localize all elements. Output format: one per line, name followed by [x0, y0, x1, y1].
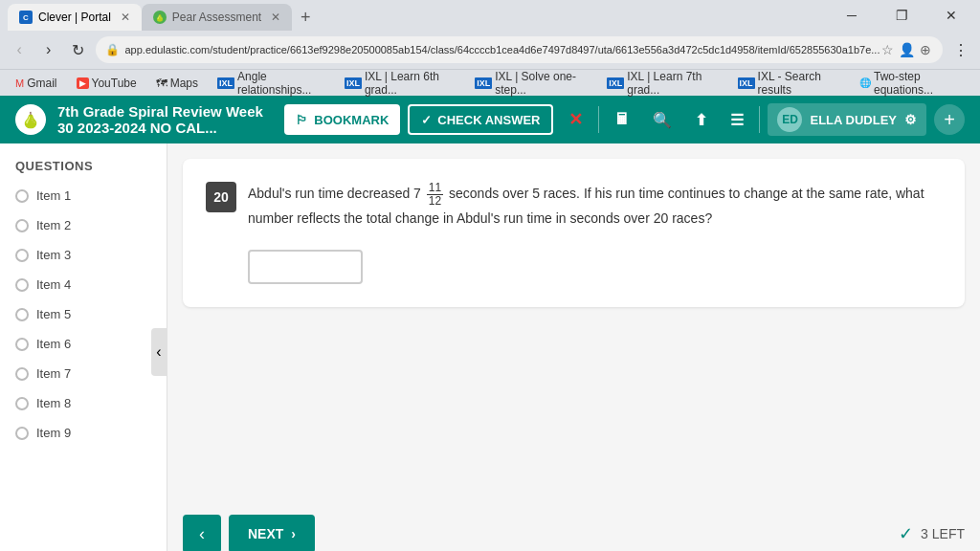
sidebar-collapse-button[interactable]: ‹: [151, 328, 167, 376]
user-settings-icon: ⚙: [904, 112, 917, 127]
close-button[interactable]: ✕: [930, 2, 972, 29]
bookmark-star-icon[interactable]: ☆: [880, 42, 895, 57]
address-bar: ‹ › ↻ 🔒 app.edulastic.com/student/practi…: [0, 31, 980, 69]
new-tab-button[interactable]: +: [292, 4, 319, 31]
app-logo: 🍐: [15, 104, 46, 135]
url-bar[interactable]: 🔒 app.edulastic.com/student/practice/661…: [96, 36, 944, 63]
status-count: 3 LEFT: [921, 526, 965, 541]
sidebar-radio-1: [15, 189, 29, 203]
answer-input[interactable]: [248, 250, 363, 284]
tab-clever-close[interactable]: ✕: [121, 11, 130, 24]
bookmark-maps-label: Maps: [170, 77, 198, 90]
tab-clever[interactable]: C Clever | Portal ✕: [8, 4, 142, 31]
bookmark-ixl-search-label: IXL - Search results: [758, 70, 840, 97]
bookmark-flag-icon: 🏳: [296, 113, 308, 127]
sidebar-radio-7: [15, 367, 29, 381]
browser-tabs: C Clever | Portal ✕ 🍐 Pear Assessment ✕ …: [8, 0, 319, 31]
bookmark-gmail[interactable]: M Gmail: [8, 75, 65, 92]
header-divider: [598, 106, 599, 133]
extension-icon[interactable]: ⊕: [918, 42, 933, 57]
bookmark-button[interactable]: 🏳 BOOKMARK: [284, 104, 400, 135]
sidebar-item-1[interactable]: Item 1: [0, 181, 167, 210]
sidebar-radio-2: [15, 219, 29, 232]
question-text: Abdul's run time decreased 7 11 12 secon…: [248, 182, 942, 231]
nav-status: ✓ 3 LEFT: [899, 523, 965, 544]
check-answer-button[interactable]: ✓ CHECK ANSWER: [408, 104, 553, 135]
bookmark-youtube[interactable]: ▶ YouTube: [69, 75, 145, 92]
prev-button[interactable]: ‹: [183, 515, 221, 551]
tab-pear-close[interactable]: ✕: [271, 11, 280, 24]
sidebar-radio-5: [15, 308, 29, 321]
user-avatar: ED: [777, 107, 802, 132]
bookmark-maps[interactable]: 🗺 Maps: [148, 75, 206, 92]
user-menu-button[interactable]: ED ELLA DUDLEY ⚙: [768, 103, 926, 136]
content-area: 20 Abdul's run time decreased 7 11 12 se…: [167, 143, 980, 507]
sidebar-item-2[interactable]: Item 2: [0, 210, 167, 240]
bookmark-ixl6-label: IXL | Learn 6th grad...: [365, 70, 456, 97]
status-check-icon: ✓: [899, 523, 913, 544]
add-button[interactable]: +: [934, 104, 965, 135]
sidebar-radio-4: [15, 278, 29, 292]
bookmark-angle-label: Angle relationships...: [237, 70, 325, 97]
search-button[interactable]: 🔍: [645, 104, 679, 135]
extensions-button[interactable]: ⋮: [948, 36, 972, 63]
profile-icon[interactable]: 👤: [899, 42, 914, 57]
question-number: 20: [206, 182, 236, 212]
fraction: 11 12: [427, 182, 443, 208]
checkmark-icon: ✓: [421, 113, 432, 127]
sidebar-item-8[interactable]: Item 8: [0, 388, 167, 418]
sidebar-radio-8: [15, 397, 29, 410]
upload-button[interactable]: ⬆: [687, 104, 715, 135]
calculator-button[interactable]: 🖩: [607, 104, 637, 135]
bookmarks-bar: M Gmail ▶ YouTube 🗺 Maps IXL Angle relat…: [0, 69, 980, 96]
bookmark-ixl-solve-label: IXL | Solve one-step...: [495, 70, 588, 97]
header-actions: 🏳 BOOKMARK ✓ CHECK ANSWER ✕ 🖩 🔍 ⬆ ☰ ED E…: [284, 103, 965, 136]
browser-title-bar: C Clever | Portal ✕ 🍐 Pear Assessment ✕ …: [0, 0, 980, 31]
answer-section: [248, 250, 942, 284]
sidebar-heading: QUESTIONS: [0, 151, 167, 181]
main-layout: QUESTIONS Item 1 Item 2 Item 3 Item 4 It…: [0, 143, 980, 551]
next-label: NEXT: [248, 526, 283, 541]
sidebar-item-6[interactable]: Item 6: [0, 329, 167, 359]
back-button[interactable]: ‹: [8, 36, 32, 63]
content-wrapper: 20 Abdul's run time decreased 7 11 12 se…: [167, 143, 980, 551]
app-title: 7th Grade Spiral Review Week 30 2023-202…: [57, 103, 273, 136]
next-button[interactable]: NEXT ›: [229, 515, 315, 551]
close-question-button[interactable]: ✕: [561, 104, 590, 135]
url-text: app.edulastic.com/student/practice/6613e…: [125, 44, 880, 55]
bookmark-ixl7[interactable]: IXL IXL | Learn 7th grad...: [599, 68, 725, 99]
tab-pear[interactable]: 🍐 Pear Assessment ✕: [142, 4, 292, 31]
sidebar-radio-6: [15, 338, 29, 351]
menu-button[interactable]: ☰: [723, 104, 751, 135]
bookmark-ixl-search[interactable]: IXL IXL - Search results: [730, 68, 848, 99]
sidebar-item-9[interactable]: Item 9: [0, 418, 167, 448]
sidebar-radio-9: [15, 427, 29, 440]
app-header: 🍐 7th Grade Spiral Review Week 30 2023-2…: [0, 96, 980, 143]
next-arrow-icon: ›: [291, 526, 296, 541]
window-controls: ─ ❐ ✕: [831, 2, 972, 29]
sidebar-item-5[interactable]: Item 5: [0, 299, 167, 329]
reload-button[interactable]: ↻: [66, 36, 90, 63]
sidebar-item-7[interactable]: Item 7: [0, 359, 167, 388]
nav-footer: ‹ NEXT › ✓ 3 LEFT: [167, 507, 980, 551]
bookmark-ixl7-label: IXL | Learn 7th grad...: [627, 70, 718, 97]
tab-clever-title: Clever | Portal: [38, 11, 111, 24]
question-card: 20 Abdul's run time decreased 7 11 12 se…: [183, 159, 965, 307]
bookmark-angle[interactable]: IXL Angle relationships...: [210, 68, 333, 99]
minimize-button[interactable]: ─: [831, 2, 873, 29]
fraction-numerator: 11: [427, 182, 443, 195]
bookmark-ixl6[interactable]: IXL IXL | Learn 6th grad...: [337, 68, 463, 99]
prev-arrow-icon: ‹: [199, 524, 205, 544]
forward-button[interactable]: ›: [37, 36, 61, 63]
header-divider-2: [759, 106, 760, 133]
sidebar-radio-3: [15, 249, 29, 262]
sidebar-item-4[interactable]: Item 4: [0, 270, 167, 299]
user-name: ELLA DUDLEY: [810, 113, 897, 127]
bookmark-twostep[interactable]: 🌐 Two-step equations...: [852, 68, 972, 99]
maximize-button[interactable]: ❐: [880, 2, 923, 29]
question-text-block: Abdul's run time decreased 7 11 12 secon…: [248, 182, 942, 231]
fraction-denominator: 12: [427, 195, 443, 208]
bookmark-gmail-label: Gmail: [27, 77, 56, 90]
sidebar-item-3[interactable]: Item 3: [0, 240, 167, 270]
bookmark-ixl-solve[interactable]: IXL IXL | Solve one-step...: [467, 68, 595, 99]
